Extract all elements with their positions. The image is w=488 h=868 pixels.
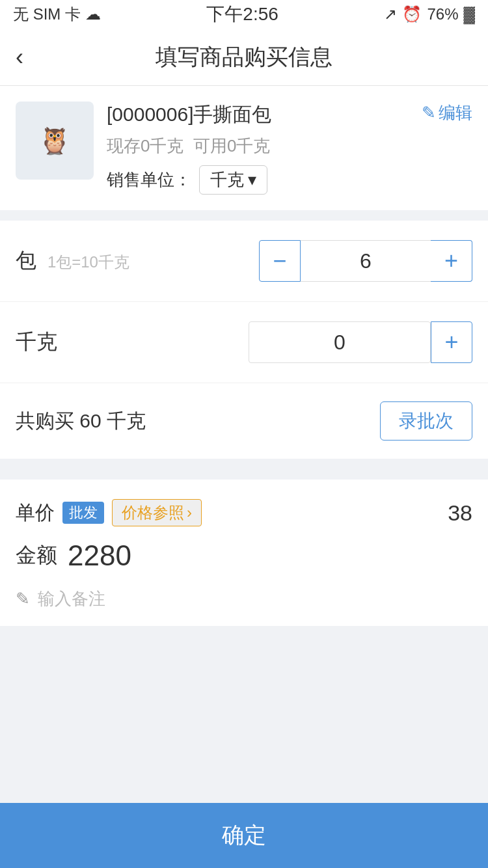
status-time: 下午2:56 (206, 2, 278, 27)
price-value: 38 (448, 500, 472, 526)
bag-sublabel: 1包=10千克 (47, 253, 129, 271)
note-placeholder: 输入备注 (38, 588, 105, 610)
edit-note-icon: ✎ (16, 589, 30, 609)
amount-row: 金额 2280 (16, 539, 472, 572)
dropdown-icon: ▾ (248, 170, 256, 190)
status-bar: 无 SIM 卡 ☁ 下午2:56 ↗ ⏰ 76% ▓ (0, 0, 488, 29)
separator-1 (0, 469, 488, 480)
unit-label: 千克 (210, 169, 244, 191)
note-row[interactable]: ✎ 输入备注 (16, 588, 472, 610)
bag-quantity-input[interactable] (301, 240, 431, 282)
product-logo: 🦉 (38, 126, 71, 156)
kg-increase-button[interactable]: + (431, 321, 472, 363)
price-type-tag: 批发 (62, 502, 104, 524)
amount-label: 金额 (16, 541, 57, 570)
bag-quantity-row: 包 1包=10千克 − + (0, 221, 488, 302)
kg-label: 千克 (16, 328, 249, 357)
product-info: [0000006]手撕面包 现存0千克 可用0千克 销售单位： 千克 ▾ (107, 102, 271, 195)
page-title: 填写商品购买信息 (156, 42, 332, 72)
alarm-icon: ⏰ (402, 5, 422, 23)
nav-bar: ‹ 填写商品购买信息 (0, 29, 488, 86)
product-detail: 🦉 [0000006]手撕面包 现存0千克 可用0千克 销售单位： 千克 ▾ (16, 102, 271, 195)
price-row: 单价 批发 价格参照 › 38 (16, 499, 472, 526)
product-card: 🦉 [0000006]手撕面包 现存0千克 可用0千克 销售单位： 千克 ▾ (0, 86, 488, 210)
amount-value: 2280 (68, 539, 131, 572)
battery-icon: ▓ (464, 5, 476, 23)
location-icon: ↗ (384, 5, 397, 23)
product-unit-row: 销售单位： 千克 ▾ (107, 165, 271, 195)
product-stock: 现存0千克 可用0千克 (107, 135, 271, 157)
bag-decrease-button[interactable]: − (259, 240, 301, 282)
edit-icon: ✎ (422, 103, 436, 123)
sim-label: 无 SIM 卡 ☁ (13, 4, 101, 25)
back-button[interactable]: ‹ (16, 44, 23, 71)
product-name: [0000006]手撕面包 (107, 102, 271, 128)
summary-text: 共购买 60 千克 (16, 408, 146, 435)
summary-row: 共购买 60 千克 录批次 (0, 383, 488, 459)
kg-quantity-input[interactable] (249, 321, 431, 363)
empty-area (0, 626, 488, 808)
confirm-button[interactable]: 确定 (0, 803, 488, 868)
kg-quantity-row: 千克 + (0, 302, 488, 383)
product-thumbnail: 🦉 (16, 102, 94, 180)
price-ref-button[interactable]: 价格参照 › (112, 499, 202, 526)
price-label: 单价 (16, 500, 55, 526)
batch-button[interactable]: 录批次 (380, 401, 472, 441)
kg-quantity-controls: + (249, 321, 472, 363)
bag-increase-button[interactable]: + (431, 240, 472, 282)
chevron-right-icon: › (187, 504, 192, 522)
price-section: 单价 批发 价格参照 › 38 金额 2280 ✎ 输入备注 (0, 480, 488, 626)
unit-select[interactable]: 千克 ▾ (199, 165, 267, 195)
bag-quantity-controls: − + (259, 240, 472, 282)
battery-label: 76% (427, 5, 458, 23)
bag-label: 包 1包=10千克 (16, 247, 259, 275)
status-right: ↗ ⏰ 76% ▓ (384, 5, 475, 23)
status-left: 无 SIM 卡 ☁ (13, 4, 101, 25)
quantity-section: 包 1包=10千克 − + 千克 + (0, 221, 488, 383)
edit-button[interactable]: ✎ 编辑 (422, 102, 472, 124)
product-card-top: 🦉 [0000006]手撕面包 现存0千克 可用0千克 销售单位： 千克 ▾ (16, 102, 472, 195)
